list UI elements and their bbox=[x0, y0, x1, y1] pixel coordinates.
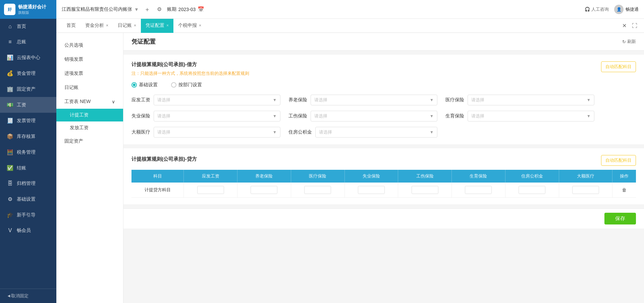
bottom-bar: 保存 bbox=[123, 208, 644, 229]
sidebar-item-archive[interactable]: 🗄 归档管理 bbox=[0, 176, 56, 191]
th-maternity: 生育保险 bbox=[452, 170, 505, 183]
sidebar-item-vip[interactable]: V 畅会员 bbox=[0, 223, 56, 238]
medical-select[interactable]: 请选择 ▼ bbox=[468, 95, 594, 105]
sidebar-label-ledger: 总账 bbox=[17, 39, 26, 45]
input-injury[interactable] bbox=[412, 186, 438, 194]
settings-button[interactable]: ⚙ bbox=[156, 5, 163, 14]
injury-select[interactable]: 请选择 ▼ bbox=[311, 111, 437, 121]
tab-home[interactable]: 首页 bbox=[62, 19, 80, 33]
radio-dept[interactable]: 按部门设置 bbox=[171, 82, 202, 88]
housing-fund-arrow-icon: ▼ bbox=[430, 130, 434, 135]
menu-item-fixed-asset[interactable]: 固定资产 bbox=[56, 134, 123, 148]
radio-dept-circle bbox=[171, 82, 176, 88]
topbar: 江西服宝精品有限责任公司内账张 ▼ ＋ ⚙ 账期 2023-03 📅 🎧 人工咨… bbox=[56, 0, 644, 19]
sidebar-item-guide[interactable]: 🎓 新手引导 bbox=[0, 207, 56, 223]
menu-item-sales-invoice[interactable]: 销项发票 bbox=[56, 52, 123, 66]
input-salary[interactable] bbox=[197, 186, 224, 194]
big-medical-select[interactable]: 请选择 ▼ bbox=[154, 127, 280, 138]
input-unemployment[interactable] bbox=[358, 186, 385, 194]
credit-auto-match-button[interactable]: 自动匹配科目 bbox=[601, 155, 636, 166]
sidebar-logo: 好 畅捷通好会计 旗舰版 bbox=[0, 0, 56, 19]
logo-icon: 好 bbox=[4, 4, 15, 15]
salary-select[interactable]: 请选择 ▼ bbox=[154, 95, 280, 105]
radio-group: 基础设置 按部门设置 bbox=[131, 82, 594, 88]
th-big-medical: 大额医疗 bbox=[559, 170, 612, 183]
sidebar-item-basic-settings[interactable]: ⚙ 基础设置 bbox=[0, 191, 56, 207]
delete-row-button[interactable]: 🗑 bbox=[622, 187, 627, 193]
maternity-select[interactable]: 请选择 ▼ bbox=[468, 111, 594, 121]
calendar-icon[interactable]: 📅 bbox=[198, 6, 204, 12]
sidebar-label-home: 首页 bbox=[17, 23, 26, 30]
sidebar-item-fund[interactable]: 💰 资金管理 bbox=[0, 65, 56, 81]
ledger-icon: ≡ bbox=[7, 39, 13, 45]
cancel-fixed-button[interactable]: ◄取消固定 bbox=[0, 289, 56, 303]
credit-section-title: 计提核算规则(公司承担)-贷方 bbox=[131, 156, 197, 162]
tab-fund-analysis-close[interactable]: × bbox=[106, 23, 108, 28]
menu-item-salary-payment[interactable]: 发放工资 bbox=[56, 121, 123, 134]
tab-journal[interactable]: 日记账 × bbox=[113, 19, 141, 33]
main: 江西服宝精品有限责任公司内账张 ▼ ＋ ⚙ 账期 2023-03 📅 🎧 人工咨… bbox=[56, 0, 644, 303]
sidebar-label-cloud-report: 云报表中心 bbox=[17, 55, 40, 61]
sidebar-item-tax[interactable]: 🧮 税务管理 bbox=[0, 144, 56, 160]
company-selector[interactable]: 江西服宝精品有限责任公司内账张 ▼ bbox=[62, 6, 139, 12]
menu-item-public[interactable]: 公共选项 bbox=[56, 38, 123, 52]
pension-label: 养老保险 bbox=[288, 97, 307, 103]
close-tab-button[interactable]: ✕ bbox=[621, 21, 628, 30]
sidebar-item-salary[interactable]: 💵 工资 bbox=[0, 97, 56, 113]
input-housing-fund[interactable] bbox=[519, 186, 545, 194]
input-maternity[interactable] bbox=[465, 186, 492, 194]
sidebar-item-cloud-report[interactable]: 📊 云报表中心 bbox=[0, 50, 56, 65]
menu-group-salary-header[interactable]: 工资表 NEW ∨ bbox=[56, 95, 123, 109]
menu-item-purchase-invoice[interactable]: 进项发票 bbox=[56, 66, 123, 81]
page-header: 凭证配置 ↻ 刷新 bbox=[123, 33, 644, 51]
sidebar-item-home[interactable]: ⌂ 首页 bbox=[0, 19, 56, 34]
input-pension[interactable] bbox=[251, 186, 277, 194]
user-menu[interactable]: 👤 畅捷通 bbox=[614, 5, 639, 14]
sidebar-item-inventory[interactable]: 📦 库存核算 bbox=[0, 129, 56, 144]
tab-tax-report-close[interactable]: × bbox=[199, 23, 201, 28]
save-button[interactable]: 保存 bbox=[604, 213, 636, 224]
tab-tax-report[interactable]: 个税申报 × bbox=[173, 19, 206, 33]
sidebar-item-invoice[interactable]: 🧾 发票管理 bbox=[0, 113, 56, 129]
cell-unemployment bbox=[344, 183, 398, 198]
tab-journal-label: 日记账 bbox=[118, 22, 132, 29]
housing-fund-select[interactable]: 请选择 ▼ bbox=[315, 127, 437, 138]
credit-section: 计提核算规则(公司承担)-贷方 自动匹配科目 科目 应发工资 养老保险 医疗保险… bbox=[123, 148, 644, 204]
radio-basic[interactable]: 基础设置 bbox=[131, 82, 158, 88]
housing-fund-label: 住房公积金 bbox=[288, 129, 312, 135]
tab-voucher-config[interactable]: 凭证配置 × bbox=[141, 19, 173, 33]
pension-select[interactable]: 请选择 ▼ bbox=[311, 95, 437, 105]
checkout-icon: ✅ bbox=[7, 165, 13, 171]
headset-icon: 🎧 bbox=[585, 7, 590, 12]
refresh-button[interactable]: ↻ 刷新 bbox=[622, 39, 636, 45]
service-button[interactable]: 🎧 人工咨询 bbox=[585, 6, 609, 12]
tax-icon: 🧮 bbox=[7, 149, 13, 155]
salary-label: 应发工资 bbox=[131, 97, 150, 103]
menu-item-salary-accrual[interactable]: 计提工资 bbox=[56, 109, 123, 121]
unemployment-placeholder: 请选择 bbox=[157, 113, 170, 119]
menu-group-salary-label: 工资表 NEW bbox=[64, 99, 91, 105]
credit-section-header: 计提核算规则(公司承担)-贷方 自动匹配科目 bbox=[131, 155, 636, 166]
tab-journal-close[interactable]: × bbox=[134, 23, 136, 28]
housing-fund-placeholder: 请选择 bbox=[319, 129, 332, 135]
sidebar-item-fixed-asset[interactable]: 🏢 固定资产 bbox=[0, 81, 56, 97]
logo-text: 畅捷通好会计 bbox=[18, 4, 46, 10]
sidebar-item-checkout[interactable]: ✅ 结账 bbox=[0, 160, 56, 176]
fixed-asset-icon: 🏢 bbox=[7, 86, 13, 92]
tab-fund-analysis[interactable]: 资金分析 × bbox=[80, 19, 113, 33]
unemployment-select[interactable]: 请选择 ▼ bbox=[154, 111, 280, 121]
field-maternity: 生育保险 请选择 ▼ bbox=[445, 111, 594, 121]
new-badge: NEW bbox=[80, 99, 91, 104]
menu-item-journal[interactable]: 日记账 bbox=[56, 81, 123, 95]
debit-auto-match-button[interactable]: 自动匹配科目 bbox=[601, 61, 636, 72]
add-account-button[interactable]: ＋ bbox=[143, 4, 152, 15]
tab-voucher-config-label: 凭证配置 bbox=[146, 22, 164, 29]
sidebar-item-ledger[interactable]: ≡ 总账 bbox=[0, 34, 56, 50]
unemployment-label: 失业保险 bbox=[131, 113, 150, 119]
maximize-button[interactable]: ⛶ bbox=[631, 21, 639, 30]
topbar-right: 🎧 人工咨询 👤 畅捷通 bbox=[585, 5, 639, 14]
input-big-medical[interactable] bbox=[572, 186, 599, 194]
tab-voucher-config-close[interactable]: × bbox=[166, 23, 169, 28]
guide-icon: 🎓 bbox=[7, 212, 13, 218]
input-medical[interactable] bbox=[304, 186, 331, 194]
